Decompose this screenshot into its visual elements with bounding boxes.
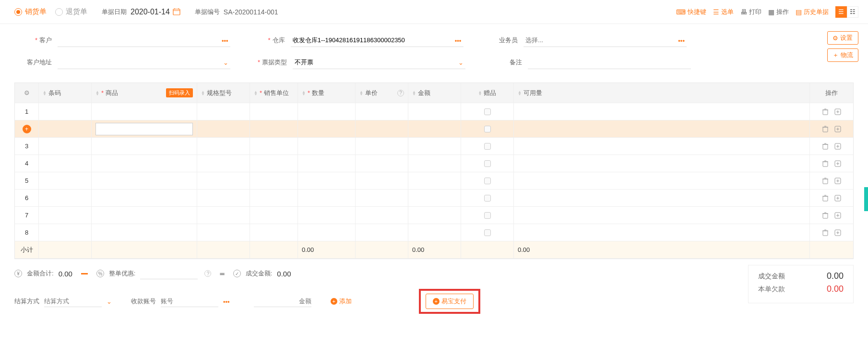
- gift-checkbox[interactable]: [484, 178, 491, 184]
- cell[interactable]: [197, 224, 250, 241]
- table-row[interactable]: 6: [15, 190, 853, 207]
- cell[interactable]: [197, 172, 250, 189]
- cell[interactable]: [298, 103, 356, 120]
- remark-input[interactable]: [528, 56, 691, 69]
- delete-row-icon[interactable]: [822, 229, 829, 236]
- settings-button[interactable]: ⚙ 设置: [827, 31, 858, 45]
- cell[interactable]: [250, 103, 298, 120]
- cell[interactable]: [250, 120, 298, 137]
- amount-input[interactable]: [254, 296, 311, 307]
- insert-row-icon[interactable]: [834, 126, 841, 132]
- cell[interactable]: [39, 190, 92, 206]
- cell[interactable]: [356, 172, 408, 189]
- insert-row-icon[interactable]: [834, 229, 841, 236]
- cell[interactable]: [298, 190, 356, 206]
- col-available[interactable]: ▲▼可用量: [514, 83, 810, 103]
- help-icon[interactable]: ?: [397, 90, 404, 96]
- settle-method-input[interactable]: [44, 296, 102, 307]
- add-row-icon[interactable]: +: [23, 125, 31, 133]
- customer-addr-input[interactable]: [58, 56, 230, 69]
- delete-row-icon[interactable]: [822, 178, 829, 184]
- cell[interactable]: [39, 172, 92, 189]
- cell[interactable]: [39, 120, 92, 137]
- cell[interactable]: [356, 138, 408, 155]
- chevron-down-icon[interactable]: ⌄: [107, 298, 112, 305]
- view-compact-button[interactable]: ☰: [835, 6, 847, 18]
- cell[interactable]: [408, 224, 461, 241]
- cell[interactable]: [197, 120, 250, 137]
- gift-checkbox[interactable]: [484, 229, 491, 236]
- cell[interactable]: [39, 103, 92, 120]
- cell[interactable]: [92, 172, 197, 189]
- cell[interactable]: [39, 224, 92, 241]
- delete-row-icon[interactable]: [822, 195, 829, 202]
- table-row[interactable]: 5: [15, 172, 853, 190]
- cell[interactable]: [298, 138, 356, 155]
- calendar-icon[interactable]: [173, 8, 180, 16]
- cell[interactable]: [250, 155, 298, 172]
- cell[interactable]: [250, 172, 298, 189]
- cell[interactable]: [408, 207, 461, 224]
- cell[interactable]: [39, 138, 92, 155]
- cell[interactable]: [92, 120, 197, 137]
- insert-row-icon[interactable]: [834, 108, 841, 115]
- gift-checkbox[interactable]: [484, 160, 491, 167]
- product-input[interactable]: [95, 123, 193, 135]
- cell[interactable]: [408, 190, 461, 206]
- yibao-pay-button[interactable]: + 易宝支付: [426, 294, 474, 309]
- col-gift[interactable]: ▲▼赠品: [461, 83, 514, 103]
- delete-row-icon[interactable]: [822, 212, 829, 219]
- cell[interactable]: [298, 207, 356, 224]
- cell[interactable]: [250, 138, 298, 155]
- customer-input[interactable]: [58, 34, 230, 47]
- gear-icon[interactable]: ⚙: [24, 89, 30, 96]
- cell[interactable]: [356, 224, 408, 241]
- cell[interactable]: [92, 155, 197, 172]
- insert-row-icon[interactable]: [834, 212, 841, 219]
- cell[interactable]: [408, 155, 461, 172]
- select-order-button[interactable]: ☰ 选单: [713, 8, 734, 16]
- radio-return-order[interactable]: 退货单: [55, 7, 87, 16]
- col-unit[interactable]: ▲▼*销售单位: [250, 83, 298, 103]
- scan-badge[interactable]: 扫码录入: [166, 88, 193, 97]
- cell[interactable]: [92, 207, 197, 224]
- chevron-down-icon[interactable]: ⌄: [458, 59, 464, 66]
- salesman-input[interactable]: [523, 34, 687, 47]
- insert-row-icon[interactable]: [834, 195, 841, 202]
- insert-row-icon[interactable]: [834, 160, 841, 167]
- invoice-type-input[interactable]: [293, 56, 465, 69]
- table-row[interactable]: 8: [15, 224, 853, 241]
- discount-input[interactable]: [140, 268, 198, 279]
- right-edge-tab[interactable]: [864, 187, 868, 211]
- table-row[interactable]: 1: [15, 103, 853, 120]
- cell[interactable]: [39, 207, 92, 224]
- col-product[interactable]: ▲▼*商品扫码录入: [92, 83, 197, 103]
- cell[interactable]: [408, 103, 461, 120]
- insert-row-icon[interactable]: [834, 143, 841, 150]
- cell[interactable]: [298, 224, 356, 241]
- account-input[interactable]: [161, 296, 218, 307]
- col-price[interactable]: ▲▼单价?: [356, 83, 408, 103]
- more-icon[interactable]: •••: [223, 298, 230, 305]
- col-spec[interactable]: ▲▼规格型号: [197, 83, 250, 103]
- table-row[interactable]: 7: [15, 207, 853, 224]
- history-button[interactable]: ▤ 历史单据: [796, 8, 829, 16]
- cell[interactable]: [197, 207, 250, 224]
- cell[interactable]: [298, 172, 356, 189]
- delete-row-icon[interactable]: [822, 143, 829, 150]
- cell[interactable]: [39, 155, 92, 172]
- cell[interactable]: [92, 190, 197, 206]
- add-payment-button[interactable]: + 添加: [331, 297, 352, 306]
- col-barcode[interactable]: ▲▼条码: [39, 83, 92, 103]
- table-row[interactable]: +: [15, 120, 853, 138]
- operate-button[interactable]: ▦ 操作: [768, 8, 789, 16]
- table-row[interactable]: 3: [15, 138, 853, 155]
- more-icon[interactable]: •••: [455, 37, 462, 44]
- cell[interactable]: [92, 224, 197, 241]
- warehouse-input[interactable]: [291, 34, 464, 47]
- cell[interactable]: [197, 190, 250, 206]
- more-icon[interactable]: •••: [222, 37, 228, 44]
- cell[interactable]: [408, 138, 461, 155]
- cell[interactable]: [356, 120, 408, 137]
- cell[interactable]: [197, 103, 250, 120]
